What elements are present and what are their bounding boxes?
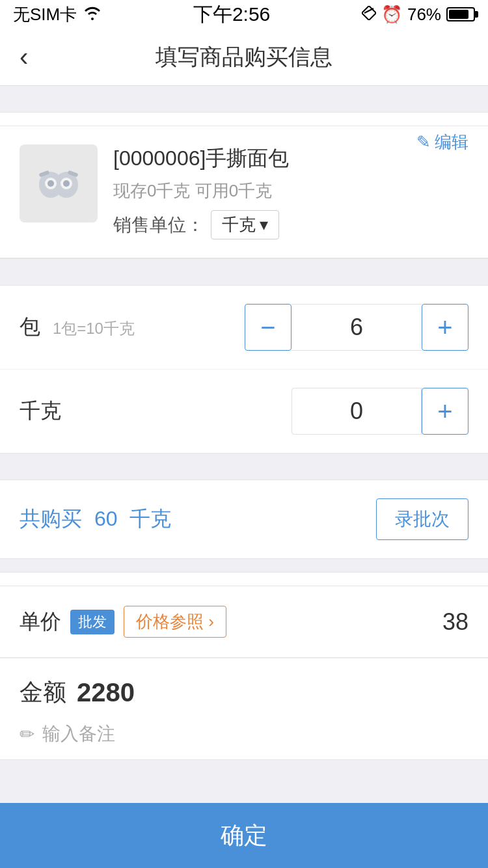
separator-4 xyxy=(0,559,488,572)
status-left: 无SIM卡 xyxy=(13,3,102,26)
increment-kg-button[interactable]: + xyxy=(422,388,468,435)
total-text: 共购买 60 千克 xyxy=(20,505,171,534)
alarm-icon: ⏰ xyxy=(381,5,402,25)
separator-1 xyxy=(0,86,488,99)
decrement-bao-button[interactable]: − xyxy=(245,304,291,351)
svg-point-4 xyxy=(47,180,54,187)
total-amount: 60 xyxy=(94,507,118,530)
unit-label: 销售单位： xyxy=(113,213,204,237)
total-unit: 千克 xyxy=(129,507,171,530)
total-section: 共购买 60 千克 录批次 xyxy=(0,480,488,559)
app-wrapper: 无SIM卡 下午2:56 ⏰ 76% xyxy=(0,0,488,868)
product-stock: 现存0千克 可用0千克 xyxy=(113,180,468,202)
price-label: 单价 xyxy=(20,608,61,636)
price-value: 38 xyxy=(442,608,468,636)
edit-label: 编辑 xyxy=(435,131,468,154)
separator-3 xyxy=(0,454,488,467)
quantity-section: 包 1包=10千克 − + 千克 + xyxy=(0,285,488,454)
quantity-kg-input[interactable] xyxy=(291,388,422,435)
price-tag: 批发 xyxy=(70,610,115,634)
chevron-down-icon: ▾ xyxy=(260,215,268,235)
price-left: 单价 批发 价格参照 › xyxy=(20,606,226,638)
price-amount-section: 单价 批发 价格参照 › 38 金额 2280 ✏ 输入备注 xyxy=(0,572,488,760)
battery-icon xyxy=(446,7,475,21)
remark-placeholder: 输入备注 xyxy=(42,722,115,746)
quantity-row-bao: 包 1包=10千克 − + xyxy=(0,286,488,370)
price-section: 单价 批发 价格参照 › 38 xyxy=(0,586,488,658)
amount-label: 金额 xyxy=(20,677,66,709)
product-card: [0000006]手撕面包 现存0千克 可用0千克 销售单位： 千克 ▾ ✎ 编… xyxy=(0,112,488,259)
quantity-label-bao: 包 1包=10千克 xyxy=(20,313,245,342)
location-icon xyxy=(362,5,376,25)
total-prefix: 共购买 xyxy=(20,507,82,530)
amount-row: 金额 2280 xyxy=(20,677,468,709)
edit-icon: ✎ xyxy=(416,132,431,152)
main-content: [0000006]手撕面包 现存0千克 可用0千克 销售单位： 千克 ▾ ✎ 编… xyxy=(0,86,488,868)
price-row: 单价 批发 价格参照 › 38 xyxy=(20,606,468,638)
batch-button[interactable]: 录批次 xyxy=(376,498,468,540)
amount-value: 2280 xyxy=(77,678,135,707)
product-info: [0000006]手撕面包 现存0千克 可用0千克 销售单位： 千克 ▾ xyxy=(113,144,468,239)
svg-point-5 xyxy=(63,180,70,187)
carrier-text: 无SIM卡 xyxy=(13,3,77,26)
quantity-controls-bao: − + xyxy=(245,304,468,351)
confirm-label: 确定 xyxy=(221,820,267,852)
status-right: ⏰ 76% xyxy=(362,5,475,25)
product-name: [0000006]手撕面包 xyxy=(113,144,468,173)
separator-2 xyxy=(0,259,488,272)
remark-icon: ✏ xyxy=(20,724,34,745)
battery-percent: 76% xyxy=(407,5,441,25)
edit-button[interactable]: ✎ 编辑 xyxy=(416,131,468,154)
confirm-button[interactable]: 确定 xyxy=(0,803,488,868)
price-ref-button[interactable]: 价格参照 › xyxy=(124,606,226,638)
increment-bao-button[interactable]: + xyxy=(422,304,468,351)
remark-row[interactable]: ✏ 输入备注 xyxy=(20,722,468,746)
nav-bar: ‹ 填写商品购买信息 xyxy=(0,29,488,86)
amount-section: 金额 2280 ✏ 输入备注 xyxy=(0,658,488,759)
page-title: 填写商品购买信息 xyxy=(156,42,332,72)
quantity-bao-input[interactable] xyxy=(291,304,422,351)
quantity-label-kg: 千克 xyxy=(20,397,291,426)
status-bar: 无SIM卡 下午2:56 ⏰ 76% xyxy=(0,0,488,29)
unit-select[interactable]: 千克 ▾ xyxy=(211,210,279,239)
quantity-hint-bao: 1包=10千克 xyxy=(53,319,135,337)
wifi-icon xyxy=(83,5,102,25)
status-time: 下午2:56 xyxy=(193,1,270,28)
quantity-controls-kg: + xyxy=(291,388,468,435)
product-unit-row: 销售单位： 千克 ▾ xyxy=(113,210,468,239)
back-button[interactable]: ‹ xyxy=(20,42,28,72)
quantity-row-kg: 千克 + xyxy=(0,370,488,453)
product-image xyxy=(20,144,98,223)
